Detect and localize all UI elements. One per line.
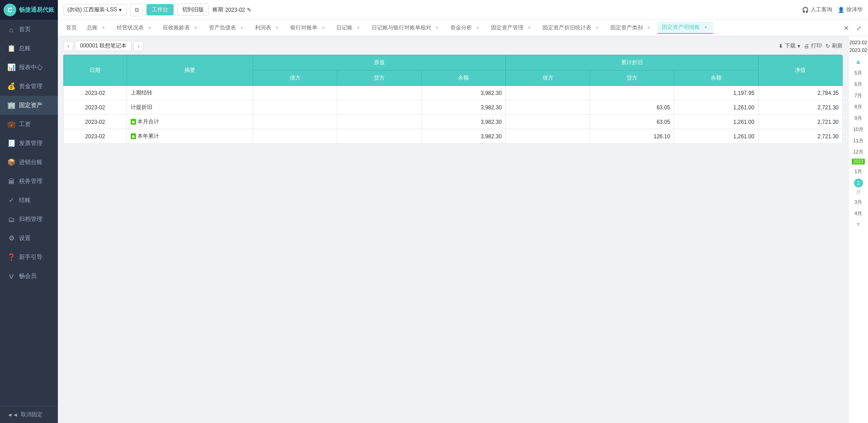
tab-固定资产管理[interactable]: 固定资产管理× [486, 22, 537, 33]
sidebar-label: 进销台账 [19, 158, 42, 166]
month-11[interactable]: 11月 [849, 135, 868, 146]
right-panel-date-top2[interactable]: 2023.02 [849, 46, 868, 53]
refresh-button[interactable]: ↻ 刷新 [826, 42, 843, 50]
month-4[interactable]: 4月 [849, 208, 868, 219]
cell-summary: ■本月合计 [127, 115, 253, 129]
tab-资产负债表[interactable]: 资产负债表× [204, 22, 250, 33]
sidebar-item-畅会员[interactable]: V畅会员 [0, 267, 58, 286]
month-6[interactable]: 6月 [849, 79, 868, 90]
maximize-button[interactable]: ⤢ [854, 23, 864, 33]
cell-dep-balance: 1,261.00 [674, 115, 758, 129]
cell-orig-balance: 3,982.30 [421, 115, 505, 129]
tab-close-icon[interactable]: × [594, 25, 600, 31]
tab-close-icon[interactable]: × [320, 25, 326, 31]
tab-固定资产折旧统计表[interactable]: 固定资产折旧统计表× [538, 22, 605, 33]
asset-label[interactable]: 000001 联想笔记本 [75, 41, 132, 51]
tab-close-icon[interactable]: × [526, 25, 533, 31]
table-row: 2023-02 上期结转 3,982.30 1,197.95 2,784.35 [64, 86, 843, 100]
th-summary: 摘要 [127, 55, 253, 86]
sidebar-item-资金管理[interactable]: 💰资金管理 [0, 77, 58, 96]
tab-close-icon[interactable]: × [193, 25, 199, 31]
cell-orig-credit [337, 100, 421, 115]
month-1[interactable]: 1月 [849, 166, 868, 177]
tab-close-icon[interactable]: × [703, 24, 709, 31]
sidebar: C 畅捷通易代账 ⌂首页📋总账📊报表中心💰资金管理🏢固定资产💼工资🧾发票管理📦进… [0, 0, 58, 423]
user-info-button[interactable]: 👤 徐泽华 [838, 6, 863, 14]
sidebar-item-工资[interactable]: 💼工资 [0, 115, 58, 134]
human-service-button[interactable]: 🎧 人工客询 [802, 6, 832, 14]
tab-close-icon[interactable]: × [146, 25, 153, 31]
tab-固定资产类别[interactable]: 固定资产类别× [606, 22, 656, 33]
download-button[interactable]: ⬇ 下载 ▾ [778, 42, 800, 50]
topbar: (勿动) 江西服装-LSS ▾ ⧉ 工作台 切到旧版 账期 2023-02 ✎ … [58, 0, 868, 20]
workbench-button[interactable]: 工作台 [146, 4, 174, 15]
topbar-right: 🎧 人工客询 👤 徐泽华 [802, 6, 863, 14]
sidebar-item-结账[interactable]: ✓结账 [0, 191, 58, 210]
tab-首页[interactable]: 首页 [61, 22, 81, 33]
tab-日记账与银行对账单核对[interactable]: 日记账与银行对账单核对× [367, 22, 445, 33]
tab-总账[interactable]: 总账× [82, 22, 111, 33]
table-row: 2023-02 ■本月合计 3,982.30 63.05 1,261.00 2,… [64, 115, 843, 129]
close-tab-button[interactable]: ✕ [841, 23, 852, 33]
human-service-label: 人工客询 [811, 6, 832, 14]
tab-close-icon[interactable]: × [646, 25, 652, 31]
month-2-active[interactable]: 2 [854, 179, 863, 188]
th-net-value: 净值 [758, 55, 842, 86]
copy-button[interactable]: ⧉ [130, 4, 143, 16]
sidebar-item-进销台账[interactable]: 📦进销台账 [0, 153, 58, 172]
cell-net-value: 2,721.30 [758, 100, 842, 115]
tab-经营状况表[interactable]: 经营状况表× [112, 22, 157, 33]
sidebar-label: 工资 [19, 120, 31, 128]
tab-资金分析[interactable]: 资金分析× [446, 22, 486, 33]
sidebar-unpin-button[interactable]: ◄◄ 取消固定 [0, 406, 58, 423]
month-3[interactable]: 3月 [849, 197, 868, 208]
th-orig-balance: 余额 [421, 70, 505, 86]
tab-close-icon[interactable]: × [100, 25, 107, 31]
sidebar-item-报表中心[interactable]: 📊报表中心 [0, 58, 58, 77]
month-7[interactable]: 7月 [849, 90, 868, 101]
right-panel-date-top1[interactable]: 2023.02 [849, 38, 868, 46]
tab-close-icon[interactable]: × [475, 25, 481, 31]
month-5[interactable]: 5月 [849, 67, 868, 79]
cell-orig-credit [337, 86, 421, 100]
prev-asset-button[interactable]: ‹ [63, 41, 73, 51]
tab-close-icon[interactable]: × [434, 25, 440, 31]
month-9[interactable]: 9月 [849, 113, 868, 124]
sidebar-item-总账[interactable]: 📋总账 [0, 39, 58, 58]
tab-label: 银行对账单 [290, 24, 317, 32]
tab-label: 固定资产管理 [491, 24, 524, 32]
sidebar-item-固定资产[interactable]: 🏢固定资产 [0, 96, 58, 115]
cell-orig-debit [253, 86, 337, 100]
headset-icon: 🎧 [802, 7, 809, 13]
period-edit-icon[interactable]: ✎ [247, 7, 251, 13]
tab-固定资产明细账[interactable]: 固定资产明细账× [657, 22, 713, 34]
tab-日记账[interactable]: 日记账× [332, 22, 366, 33]
sidebar-item-新手引导[interactable]: ❓新手引导 [0, 248, 58, 267]
tab-close-icon[interactable]: × [274, 25, 280, 31]
scroll-up-button[interactable]: ▲ [852, 56, 865, 66]
sidebar-item-归档管理[interactable]: 🗂归档管理 [0, 210, 58, 229]
tab-label: 总账 [87, 24, 98, 32]
company-selector[interactable]: (勿动) 江西服装-LSS ▾ [63, 4, 127, 15]
tab-close-icon[interactable]: × [355, 25, 362, 31]
sidebar-icon: 🧾 [7, 139, 15, 147]
tab-利润表[interactable]: 利润表× [250, 22, 285, 33]
cell-date: 2023-02 [64, 129, 127, 144]
sidebar-item-首页[interactable]: ⌂首页 [0, 20, 58, 39]
tab-close-icon[interactable]: × [239, 25, 245, 31]
tab-应收账龄表[interactable]: 应收账龄表× [158, 22, 203, 33]
scroll-down-button[interactable]: ▼ [852, 219, 865, 229]
sidebar-item-税务管理[interactable]: 🏛税务管理 [0, 172, 58, 191]
next-asset-button[interactable]: › [133, 41, 143, 51]
month-10[interactable]: 10月 [849, 124, 868, 135]
sidebar-item-发票管理[interactable]: 🧾发票管理 [0, 134, 58, 153]
print-button[interactable]: 🖨 打印 [804, 42, 822, 50]
tab-银行对账单[interactable]: 银行对账单× [286, 22, 331, 33]
month-12[interactable]: 12月 [849, 146, 868, 158]
switch-version-button[interactable]: 切到旧版 [177, 4, 209, 16]
sidebar-item-设置[interactable]: ⚙设置 [0, 229, 58, 248]
content-area: ‹ 000001 联想笔记本 › ⬇ 下载 ▾ 🖨 打印 ↻ 刷新 [58, 36, 868, 423]
cell-net-value: 2,721.30 [758, 115, 842, 129]
month-8[interactable]: 8月 [849, 101, 868, 113]
sub-nav: ‹ 000001 联想笔记本 › ⬇ 下载 ▾ 🖨 打印 ↻ 刷新 [63, 41, 843, 51]
